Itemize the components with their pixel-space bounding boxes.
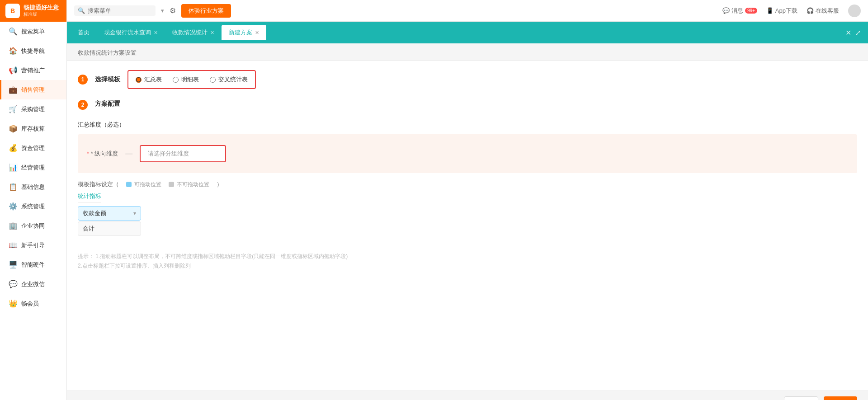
tab-newplan-label: 新建方案	[229, 28, 252, 37]
tabbar-right: ✕ ⤢	[845, 28, 864, 37]
radio-summary[interactable]: 汇总表	[136, 75, 162, 84]
content-area: 收款情况统计方案设置 1 选择模板 汇总表 明细表	[67, 43, 868, 400]
marketing-icon: 📢	[9, 66, 18, 75]
cancel-button[interactable]: 取消	[784, 396, 818, 400]
indicators-cards-area: 统计指标 收款金额 ▾ 合计	[78, 192, 857, 236]
tab-cashflow-close-icon[interactable]: ✕	[154, 30, 158, 36]
dim-arrow-icon: —	[125, 150, 132, 158]
radio-summary-input[interactable]	[136, 77, 142, 83]
app-download-btn[interactable]: 📱 App下载	[766, 7, 797, 15]
radio-detail-input[interactable]	[173, 77, 179, 83]
tab-cashflow[interactable]: 现金银行流水查询 ✕	[97, 25, 165, 40]
content-inner: 1 选择模板 汇总表 明细表 交叉统计表	[67, 61, 868, 391]
sidebar-item-hardware[interactable]: 🖥️ 智能硬件	[0, 255, 66, 274]
sales-icon: 💼	[9, 85, 18, 94]
wechat-icon: 💬	[9, 280, 18, 288]
sidebar-label-basics: 基础信息	[21, 183, 45, 191]
settings-gear-icon[interactable]: ⚙	[170, 6, 176, 15]
online-service-label: 在线客服	[816, 7, 839, 15]
sidebar-label-finance: 资金管理	[21, 144, 45, 152]
trial-button[interactable]: 体验行业方案	[181, 4, 231, 18]
radio-crosstab-label: 交叉统计表	[218, 75, 248, 84]
sidebar-item-system[interactable]: ⚙️ 系统管理	[0, 197, 66, 216]
page-title-bar: 收款情况统计方案设置	[67, 43, 868, 61]
logo-badge: 标准版	[24, 11, 59, 18]
tab-cashflow-label: 现金银行流水查询	[104, 28, 151, 37]
sidebar-item-purchase[interactable]: 🛒 采购管理	[0, 99, 66, 119]
tab-newplan[interactable]: 新建方案 ✕	[222, 25, 266, 40]
tab-close-all-icon[interactable]: ✕	[845, 28, 851, 37]
search-icon-top: 🔍	[78, 7, 85, 14]
hardware-icon: 🖥️	[9, 260, 18, 269]
radio-detail-label: 明细表	[181, 75, 199, 84]
footer-buttons: 取消 查询	[784, 396, 857, 400]
system-icon: ⚙️	[9, 202, 18, 211]
fixed-label: 不可拖动位置	[169, 181, 209, 188]
dimension-area: * * 纵向维度 — 请选择分组维度	[78, 134, 857, 173]
message-label: 消息	[731, 7, 743, 15]
indicator-card-amount[interactable]: 收款金额 ▾	[78, 206, 141, 221]
tip1: 提示： 1.拖动标题栏可以调整布局，不可跨维度或指标区域拖动栏目字段(只能在同一…	[78, 253, 857, 260]
tabbar: 首页 现金银行流水查询 ✕ 收款情况统计 ✕ 新建方案 ✕ ✕ ⤢	[67, 22, 868, 43]
logo-text-block: 畅捷通好生意 标准版	[24, 4, 59, 18]
radio-crosstab[interactable]: 交叉统计表	[210, 75, 248, 84]
sidebar-item-inventory[interactable]: 📦 库存核算	[0, 119, 66, 138]
app-download-label: App下载	[775, 7, 797, 15]
tips-section: 提示： 1.拖动标题栏可以调整布局，不可跨维度或指标区域拖动栏目字段(只能在同一…	[78, 247, 857, 270]
basics-icon: 📋	[9, 183, 18, 191]
sidebar-item-sales[interactable]: 💼 销售管理	[0, 80, 66, 99]
service-icon: 🎧	[807, 7, 814, 14]
sidebar-label-system: 系统管理	[21, 202, 45, 211]
message-btn[interactable]: 💬 消息 99+	[722, 7, 757, 15]
summary-dim-title: 汇总维度（必选）	[78, 121, 857, 129]
search-chevron-icon[interactable]: ▾	[161, 7, 164, 14]
sidebar-label-member: 畅会员	[21, 300, 39, 308]
phone-icon: 📱	[766, 7, 774, 14]
indicators-title-close: ）	[217, 180, 222, 188]
indicators-title-text: 模板指标设定（	[78, 180, 119, 188]
tab-collection-close-icon[interactable]: ✕	[210, 30, 214, 36]
sidebar-item-member[interactable]: 👑 畅会员	[0, 294, 66, 313]
fixed-text: 不可拖动位置	[177, 181, 209, 188]
tab-home[interactable]: 首页	[71, 25, 97, 40]
dim-selector[interactable]: 请选择分组维度	[140, 145, 226, 162]
sidebar-label-inventory: 库存核算	[21, 125, 45, 133]
template-selection: 汇总表 明细表 交叉统计表	[127, 70, 256, 89]
search-input[interactable]	[88, 7, 151, 14]
indicator-subtotal: 合计	[78, 221, 141, 236]
online-service-btn[interactable]: 🎧 在线客服	[807, 7, 839, 15]
search-box[interactable]: 🔍	[74, 5, 156, 16]
sidebar-label-wechat: 企业微信	[21, 280, 45, 288]
member-icon: 👑	[9, 299, 18, 308]
sidebar-item-finance[interactable]: 💰 资金管理	[0, 138, 66, 158]
sidebar-item-operations[interactable]: 📊 经营管理	[0, 158, 66, 177]
tab-newplan-close-icon[interactable]: ✕	[255, 30, 259, 36]
sidebar-logo: B 畅捷通好生意 标准版	[0, 0, 66, 22]
query-button[interactable]: 查询	[824, 396, 857, 400]
sidebar-item-collab[interactable]: 🏢 企业协同	[0, 216, 66, 235]
config-section: 汇总维度（必选） * * 纵向维度 — 请选择分组维度	[78, 121, 857, 270]
user-avatar[interactable]	[848, 5, 861, 17]
sidebar-item-marketing[interactable]: 📢 营销推广	[0, 61, 66, 80]
required-star: *	[87, 150, 89, 157]
step1-label: 选择模板	[95, 75, 120, 84]
sidebar-label-quicknav: 快捷导航	[21, 47, 45, 55]
sidebar-item-guide[interactable]: 📖 新手引导	[0, 235, 66, 255]
sidebar-label-collab: 企业协同	[21, 222, 45, 230]
collab-icon: 🏢	[9, 221, 18, 230]
sidebar-item-search[interactable]: 🔍 搜索菜单	[0, 22, 66, 41]
indicators-header: 模板指标设定（ 可拖动位置 不可拖动位置 ）	[78, 180, 857, 188]
tip2: 2.点击标题栏下拉可设置排序、插入列和删除列	[78, 262, 857, 270]
main-area: 🔍 ▾ ⚙ 体验行业方案 💬 消息 99+ 📱 App下载 🎧 在线客服	[67, 0, 868, 400]
radio-detail[interactable]: 明细表	[173, 75, 199, 84]
indicator-dropdown-icon[interactable]: ▾	[133, 210, 136, 216]
sidebar-label-guide: 新手引导	[21, 241, 45, 249]
message-badge: 99+	[745, 8, 757, 14]
logo-icon: B	[5, 4, 20, 18]
sidebar-item-quicknav[interactable]: 🏠 快捷导航	[0, 41, 66, 61]
tab-collection[interactable]: 收款情况统计 ✕	[165, 25, 222, 40]
sidebar-item-wechat[interactable]: 💬 企业微信	[0, 274, 66, 294]
radio-crosstab-input[interactable]	[210, 77, 216, 83]
tab-maximize-icon[interactable]: ⤢	[855, 28, 861, 37]
sidebar-item-basics[interactable]: 📋 基础信息	[0, 177, 66, 197]
